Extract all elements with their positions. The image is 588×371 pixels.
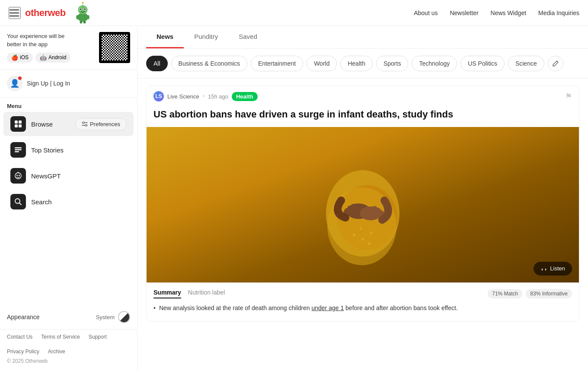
source-icon: LS [153, 91, 164, 101]
android-label: Android [48, 54, 66, 60]
sidebar-item-top-stories[interactable]: Top Stories [3, 138, 134, 162]
privacy-link[interactable]: Privacy Policy [7, 349, 39, 355]
newsletter-link[interactable]: Newsletter [450, 10, 478, 16]
tab-punditry[interactable]: Punditry [184, 26, 228, 48]
svg-point-5 [84, 9, 86, 10]
menu-label: Menu [0, 98, 137, 111]
listen-button[interactable]: Listen [534, 262, 572, 276]
svg-point-43 [370, 231, 373, 234]
article-image: Listen [147, 127, 579, 282]
summary-tabs-row: Summary Nutrition label 71% Match 83% In… [153, 289, 572, 298]
theme-toggle-button[interactable] [118, 311, 130, 323]
sidebar-item-newsgpt[interactable]: NewsGPT [3, 164, 134, 188]
filter-entertainment[interactable]: Entertainment [251, 56, 303, 71]
ios-label: iOS [20, 54, 29, 60]
match-badges: 71% Match 83% Informative [488, 289, 572, 298]
svg-point-18 [83, 122, 84, 124]
underlined-text: under age 1 [311, 304, 344, 311]
newsgpt-label: NewsGPT [31, 172, 61, 180]
appearance-row: Appearance System [0, 305, 137, 329]
filter-science[interactable]: Science [508, 56, 544, 71]
support-link[interactable]: Support [89, 334, 107, 340]
svg-point-42 [361, 238, 364, 241]
article-title: US abortion bans have driven a surge in … [147, 107, 579, 127]
svg-rect-21 [15, 149, 22, 151]
match-71-badge: 71% Match [488, 289, 522, 298]
top-nav-links: About us Newsletter News Widget Media In… [414, 10, 579, 16]
android-download-button[interactable]: 🤖 Android [35, 53, 70, 63]
filter-health[interactable]: Health [340, 56, 372, 71]
sidebar-item-browse[interactable]: Browse Preferences [3, 112, 134, 136]
about-us-link[interactable]: About us [414, 10, 438, 16]
nav-item-newsgpt-left: NewsGPT [10, 168, 61, 184]
headphones-icon [540, 265, 547, 272]
svg-point-4 [80, 9, 81, 10]
top-stories-icon [10, 142, 26, 158]
news-widget-link[interactable]: News Widget [491, 10, 526, 16]
sidebar-item-search[interactable]: Search [3, 190, 134, 214]
ios-download-button[interactable]: 🍎 iOS [7, 53, 33, 63]
svg-rect-8 [77, 15, 79, 19]
svg-point-41 [353, 234, 355, 236]
search-icon [10, 194, 26, 209]
source-name: Live Science [167, 93, 199, 100]
tab-saved[interactable]: Saved [228, 26, 268, 48]
android-icon: 🤖 [40, 54, 47, 61]
svg-point-1 [78, 5, 88, 14]
article-card[interactable]: LS Live Science • 15h ago Health ⚑ US ab… [146, 86, 579, 322]
signin-row[interactable]: 👤 Sign Up | Log In [0, 70, 137, 98]
appearance-label: Appearance [7, 314, 40, 320]
media-inquiries-link[interactable]: Media Inquiries [538, 10, 579, 16]
svg-point-7 [82, 2, 84, 3]
summary-tab[interactable]: Summary [153, 289, 181, 298]
qr-code [99, 32, 130, 63]
top-nav-left: otherweb [9, 0, 96, 26]
qr-pattern [102, 35, 128, 60]
filter-world[interactable]: World [307, 56, 337, 71]
top-navigation: otherweb [0, 0, 588, 26]
main-layout: Your experience will be better in the ap… [0, 26, 588, 371]
main-tabs: News Punditry Saved [137, 26, 588, 49]
notification-dot [18, 76, 22, 80]
newsgpt-icon [10, 168, 26, 184]
filter-us-politics[interactable]: US Politics [460, 56, 505, 71]
time-ago: 15h ago [208, 93, 228, 100]
svg-rect-14 [15, 124, 18, 127]
logo[interactable]: otherweb [25, 7, 66, 19]
nav-item-top-stories-left: Top Stories [10, 142, 64, 158]
svg-line-29 [19, 203, 22, 205]
nav-item-browse-left: Browse [10, 116, 53, 132]
nutrition-tab[interactable]: Nutrition label [188, 289, 225, 298]
top-stories-label: Top Stories [31, 146, 64, 154]
app-download-buttons: 🍎 iOS 🤖 Android [7, 53, 76, 63]
article-image-bg [147, 127, 579, 282]
edit-filters-button[interactable] [548, 56, 563, 71]
flag-button[interactable]: ⚑ [565, 92, 572, 101]
filter-technology[interactable]: Technology [412, 56, 457, 71]
filter-business[interactable]: Business & Economics [171, 56, 247, 71]
summary-tabs-left: Summary Nutrition label [153, 289, 225, 298]
footer-links: Contact Us Terms of Service Support Priv… [7, 334, 130, 355]
appearance-controls: System [96, 311, 130, 323]
preferences-button[interactable]: Preferences [75, 118, 127, 130]
category-badge: Health [232, 92, 258, 101]
terms-link[interactable]: Terms of Service [41, 334, 80, 340]
search-label: Search [31, 198, 52, 206]
archive-link[interactable]: Archive [48, 349, 65, 355]
tab-news[interactable]: News [146, 26, 184, 48]
filter-sports[interactable]: Sports [376, 56, 408, 71]
filter-all[interactable]: All [146, 56, 168, 71]
app-promo-banner: Your experience will be better in the ap… [0, 26, 137, 70]
article-meta: LS Live Science • 15h ago Health ⚑ [147, 86, 579, 107]
contact-us-link[interactable]: Contact Us [7, 334, 32, 340]
listen-label: Listen [550, 265, 565, 272]
app-promo-text: Your experience will be better in the ap… [7, 32, 76, 48]
summary-bullets: New analysis looked at the rate of death… [153, 304, 572, 313]
svg-rect-15 [19, 124, 22, 127]
menu-hamburger-button[interactable] [9, 7, 21, 19]
copyright: © 2025 Otherweb [7, 358, 130, 364]
svg-point-25 [19, 175, 20, 176]
svg-point-19 [85, 124, 87, 126]
signin-text[interactable]: Sign Up | Log In [27, 80, 70, 87]
user-icon: 👤 [10, 79, 19, 88]
